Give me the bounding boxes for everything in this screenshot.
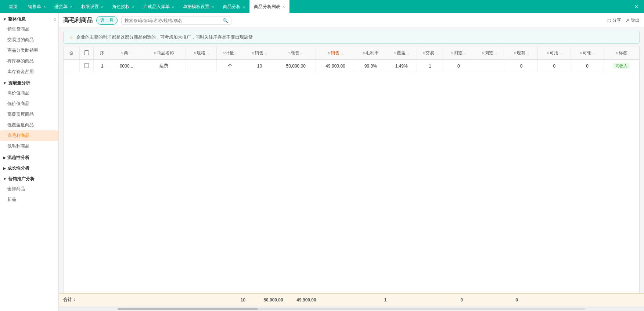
tab-role-auth[interactable]: 角色授权 ×	[108, 0, 138, 13]
browse-link[interactable]: 0	[457, 64, 460, 69]
table-cell: 0	[443, 59, 474, 72]
col-seq[interactable]: 序	[93, 47, 111, 59]
tab-template-settings[interactable]: 单据模板设置 ×	[179, 0, 218, 13]
sidebar-item-high-coverage[interactable]: 高覆盖度商品	[0, 109, 58, 120]
sidebar-item-low-value[interactable]: 低价值商品	[0, 98, 58, 109]
close-icon[interactable]: ×	[101, 4, 103, 9]
data-table-wrapper[interactable]: ⚙ 序 ⇅商... ⇅商品名称 ⇅规格... ⇅计量... ⇅销售... ⇅销售…	[63, 47, 640, 293]
footer-sales-profit: 49,900.00	[290, 297, 323, 303]
close-icon[interactable]: ×	[132, 4, 134, 9]
tag-badge: 高收入	[613, 63, 630, 69]
info-icon: ☆	[69, 35, 73, 40]
window-close-button[interactable]: ×	[632, 3, 641, 10]
table-cell: 1	[93, 59, 111, 72]
col-spec[interactable]: ⇅规格...	[186, 47, 217, 59]
sidebar-item-stock-capital[interactable]: 库存资金占用	[0, 66, 58, 77]
table-cell: 个	[217, 59, 243, 72]
close-icon[interactable]: ×	[283, 4, 285, 9]
table-cell: 0	[538, 59, 571, 72]
table-cell: 10	[243, 59, 276, 72]
col-current-stock[interactable]: ⇅现有...	[505, 47, 538, 59]
tab-product-analysis-label: 商品分析	[223, 4, 241, 10]
search-box[interactable]: 🔍	[121, 17, 231, 25]
tab-product-analysis[interactable]: 商品分析 ×	[219, 0, 249, 13]
sidebar-item-low-coverage[interactable]: 低覆盖度商品	[0, 120, 58, 130]
export-button[interactable]: ↗ 导出	[626, 17, 640, 23]
table-row: 10000...运费个1050,000.0049,900.0099.8%1.49…	[64, 59, 639, 72]
tab-home[interactable]: 首页	[3, 0, 24, 13]
col-sales-amount[interactable]: ⇅销售...	[276, 47, 316, 59]
footer-total-row: 合计： 10 50,000.00 49,900.00 1 0 0	[59, 293, 644, 306]
content-header: 高毛利商品 近一月 🔍 ⬡ 分享 ↗ 导出	[59, 13, 644, 28]
col-sales-profit[interactable]: ⇅销售...	[316, 47, 355, 59]
col-sales-qty[interactable]: ⇅销售...	[243, 47, 276, 59]
search-icon[interactable]: 🔍	[223, 18, 228, 23]
sidebar-group-flow-analysis[interactable]: ▶ 流趋性分析	[0, 152, 58, 162]
page-title: 高毛利商品	[63, 17, 93, 24]
chevron-down-icon: ▼	[3, 177, 7, 181]
tab-permission-settings[interactable]: 权限设置 ×	[77, 0, 108, 13]
col-checkbox[interactable]	[79, 47, 93, 59]
search-input[interactable]	[125, 18, 223, 23]
gear-icon[interactable]: ⚙	[69, 50, 74, 56]
col-code[interactable]: ⇅商...	[111, 47, 142, 59]
header-actions: ⬡ 分享 ↗ 导出	[607, 17, 640, 23]
close-icon[interactable]: ×	[70, 4, 72, 9]
sidebar-item-high-margin[interactable]: 高毛利商品	[0, 130, 58, 141]
col-trade-count[interactable]: ⇅交易...	[417, 47, 443, 59]
horizontal-scrollbar[interactable]	[59, 306, 644, 311]
sidebar-item-new-goods[interactable]: 新品	[0, 194, 58, 205]
sidebar-item-high-value[interactable]: 高价值商品	[0, 88, 58, 98]
col-unit[interactable]: ⇅计量...	[217, 47, 243, 59]
table-cell	[64, 59, 79, 72]
share-button[interactable]: ⬡ 分享	[607, 17, 621, 23]
close-icon[interactable]: ×	[243, 4, 245, 9]
tab-product-inbound[interactable]: 产成品入库单 ×	[139, 0, 179, 13]
sidebar-group-overall-info[interactable]: ▼ 整体信息	[0, 13, 58, 24]
tab-sales-order-label: 销售单	[28, 4, 41, 10]
close-icon[interactable]: ×	[43, 4, 46, 9]
table-cell: 高收入	[604, 59, 639, 72]
sidebar-group-growth-analysis[interactable]: ▶ 成长性分析	[0, 162, 58, 173]
table-cell: 50,000.00	[276, 59, 316, 72]
sidebar-group-contribution-analysis[interactable]: ▼ 贡献量分析	[0, 77, 58, 88]
table-cell	[474, 59, 505, 72]
sidebar-item-category-sales-rate[interactable]: 商品分类助销率	[0, 45, 58, 56]
close-icon[interactable]: ×	[212, 4, 214, 9]
filter-tag-recent-month[interactable]: 近一月	[96, 16, 118, 25]
table-cell: 0	[571, 59, 604, 72]
col-browse2[interactable]: ⇅浏览...	[474, 47, 505, 59]
scroll-track[interactable]	[118, 308, 585, 310]
sidebar: « ▼ 整体信息 销售货商品 交易过的商品 商品分类助销率 有库存的商品 库存资…	[0, 13, 59, 311]
col-coverage[interactable]: ⇅覆盖...	[386, 47, 417, 59]
info-banner: ☆ 企业的主要的利润都是这部分商品创造的，可考虑加大推广，同时关注库存是不要出现…	[63, 31, 640, 44]
table-cell: 0	[505, 59, 538, 72]
tab-purchase-order[interactable]: 进货单 ×	[50, 0, 76, 13]
col-sellable[interactable]: ⇅可销...	[571, 47, 604, 59]
sidebar-group-marketing-analysis[interactable]: ▼ 营销推广分析	[0, 173, 58, 184]
sidebar-item-sales-goods[interactable]: 销售货商品	[0, 24, 58, 35]
sidebar-item-traded-goods[interactable]: 交易过的商品	[0, 35, 58, 45]
col-gross-margin[interactable]: ⇅毛利率	[355, 47, 386, 59]
footer-label: 合计：	[63, 297, 93, 303]
scroll-thumb[interactable]	[118, 308, 258, 310]
tab-product-analysis-list[interactable]: 商品分析列表 ×	[249, 0, 289, 13]
select-all-checkbox[interactable]	[84, 50, 89, 55]
sidebar-collapse-button[interactable]: «	[53, 16, 56, 22]
col-browse1[interactable]: ⇅浏览...	[443, 47, 474, 59]
col-available[interactable]: ⇅可用...	[538, 47, 571, 59]
tab-sales-order[interactable]: 销售单 ×	[24, 0, 50, 13]
share-icon: ⬡	[607, 18, 611, 23]
tab-home-label: 首页	[9, 4, 18, 10]
sidebar-item-all-goods[interactable]: 全部商品	[0, 184, 58, 194]
col-settings[interactable]: ⚙	[64, 47, 79, 59]
close-icon[interactable]: ×	[172, 4, 174, 9]
table-cell	[79, 59, 93, 72]
col-name[interactable]: ⇅商品名称	[142, 47, 186, 59]
col-tag[interactable]: ⇅标签	[604, 47, 639, 59]
sidebar-item-stocked-goods[interactable]: 有库存的商品	[0, 56, 58, 66]
row-checkbox[interactable]	[84, 63, 89, 68]
table-body: 10000...运费个1050,000.0049,900.0099.8%1.49…	[64, 59, 639, 72]
sidebar-item-low-margin[interactable]: 低毛利商品	[0, 141, 58, 152]
table-cell: 0000...	[111, 59, 142, 72]
